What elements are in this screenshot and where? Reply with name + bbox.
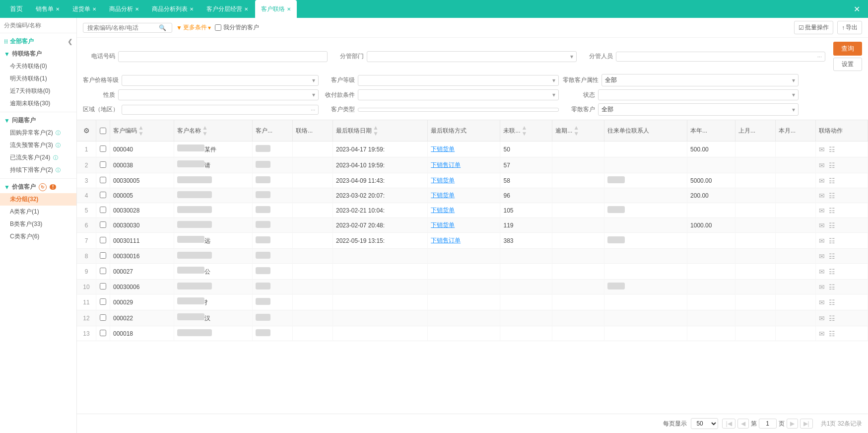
row-check[interactable] — [100, 161, 106, 168]
sidebar-search-input[interactable] — [4, 22, 77, 29]
window-close-icon[interactable]: ✕ — [850, 4, 864, 14]
close-purchase-tab-icon[interactable]: ✕ — [92, 6, 96, 12]
grid-action-icon[interactable]: ☷ — [829, 177, 835, 185]
retail-attr-select[interactable]: 全部 ▾ — [601, 74, 799, 86]
chat-icon[interactable]: ✉ — [819, 207, 825, 215]
sidebar-collapse-icon[interactable]: ❮ — [67, 38, 72, 45]
close-analysis-list-tab-icon[interactable]: ✕ — [190, 6, 194, 12]
nature-select[interactable]: ▾ — [118, 89, 319, 100]
chat-icon[interactable]: ✉ — [819, 145, 825, 153]
grid-action-icon[interactable]: ☷ — [829, 314, 835, 322]
chat-icon[interactable]: ✉ — [819, 298, 825, 306]
last-way-link[interactable]: 下销货单 — [431, 207, 455, 214]
last-way-link[interactable]: 下销售订单 — [431, 161, 461, 168]
chat-icon[interactable]: ✉ — [819, 283, 825, 291]
reset-button[interactable]: 设置 — [833, 58, 862, 71]
grid-action-icon[interactable]: ☷ — [829, 283, 835, 291]
row-check[interactable] — [100, 221, 106, 228]
row-check[interactable] — [100, 207, 106, 213]
row-check[interactable] — [100, 192, 106, 198]
th-code[interactable]: 客户编码▲▼ — [110, 120, 174, 142]
row-check[interactable] — [100, 145, 106, 152]
first-page-btn[interactable]: |◀ — [722, 419, 735, 429]
chat-icon[interactable]: ✉ — [819, 221, 825, 229]
sidebar-item-loss-warning[interactable]: 流失预警客户(3) ⓘ — [0, 139, 76, 151]
grid-action-icon[interactable]: ☷ — [829, 161, 835, 169]
payment-select[interactable]: ▾ — [358, 89, 558, 100]
close-customer-layer-tab-icon[interactable]: ✕ — [244, 6, 248, 12]
refresh-icon-value[interactable]: ↻ — [39, 183, 47, 191]
sidebar-group-pending[interactable]: ▼ 待联络客户 — [0, 48, 76, 60]
close-customer-contact-tab-icon[interactable]: ✕ — [287, 6, 291, 12]
sidebar-group-problem[interactable]: ▼ 问题客户 — [0, 114, 76, 127]
my-customers-checkbox[interactable]: 我分管的客户 — [215, 23, 259, 32]
region-select[interactable]: ··· — [122, 105, 319, 115]
last-way-link[interactable]: 下销货单 — [431, 177, 455, 184]
tab-customer-layer[interactable]: 客户分层经营 ✕ — [200, 0, 254, 18]
last-way-link[interactable]: 下销货单 — [431, 192, 455, 199]
row-check[interactable] — [100, 314, 106, 321]
sidebar-item-abnormal[interactable]: 固购异常客户(2) ⓘ — [0, 127, 76, 139]
row-check[interactable] — [100, 252, 106, 259]
page-input[interactable] — [759, 419, 777, 429]
chat-icon[interactable]: ✉ — [819, 268, 825, 276]
tab-purchase[interactable]: 进货单 ✕ — [67, 0, 102, 18]
customer-level-select[interactable]: ▾ — [358, 75, 558, 86]
home-tab[interactable]: 首页 — [4, 4, 29, 13]
sidebar-group-value[interactable]: ▼ 价值客户 ↻ ! — [0, 181, 76, 193]
all-customers-header[interactable]: ⁝⁝ 全部客户 ❮ — [0, 33, 76, 48]
sidebar-item-declining[interactable]: 持续下滑客户(2) ⓘ — [0, 164, 76, 176]
sidebar-item-overdue[interactable]: 逾期未联络(30) — [0, 97, 76, 110]
tab-sales[interactable]: 销售单 ✕ — [30, 0, 66, 18]
grid-action-icon[interactable]: ☷ — [829, 330, 835, 338]
grid-action-icon[interactable]: ☷ — [829, 237, 835, 245]
row-check[interactable] — [100, 283, 106, 289]
last-way-link[interactable]: 下销货单 — [431, 221, 455, 228]
export-btn[interactable]: ↑ 导出 — [837, 21, 862, 34]
price-level-select[interactable]: ▾ — [122, 75, 319, 86]
sidebar-item-b[interactable]: B类客户(33) — [0, 218, 76, 230]
row-check[interactable] — [100, 177, 106, 183]
sidebar-item-tomorrow[interactable]: 明天待联络(1) — [0, 72, 76, 85]
next-page-btn[interactable]: ▶ — [787, 419, 798, 429]
th-last-date[interactable]: 最后联络日期▲▼ — [333, 120, 428, 142]
sidebar-item-7days[interactable]: 近7天待联络(0) — [0, 85, 76, 97]
search-input[interactable] — [87, 24, 157, 31]
chat-icon[interactable]: ✉ — [819, 192, 825, 200]
retail-customer-select[interactable]: 全部 ▾ — [598, 103, 799, 116]
grid-action-icon[interactable]: ☷ — [829, 192, 835, 200]
manager-select[interactable]: ··· — [616, 52, 825, 62]
row-check[interactable] — [100, 330, 106, 336]
row-check[interactable] — [100, 298, 106, 305]
close-sales-tab-icon[interactable]: ✕ — [56, 6, 60, 12]
sidebar-item-today[interactable]: 今天待联络(0) — [0, 60, 76, 72]
settings-icon[interactable]: ⚙ — [80, 124, 93, 137]
chat-icon[interactable]: ✉ — [819, 237, 825, 245]
phone-input[interactable] — [118, 51, 328, 62]
chat-icon[interactable]: ✉ — [819, 330, 825, 338]
query-button[interactable]: 查询 — [833, 42, 862, 56]
select-all-checkbox[interactable] — [100, 128, 106, 134]
grid-action-icon[interactable]: ☷ — [829, 252, 835, 260]
customer-type-select[interactable] — [358, 108, 558, 112]
sidebar-item-a[interactable]: A类客户(1) — [0, 206, 76, 218]
chat-icon[interactable]: ✉ — [819, 161, 825, 169]
last-way-link[interactable]: 下销售订单 — [431, 237, 461, 244]
row-check[interactable] — [100, 268, 106, 274]
th-overdue[interactable]: 逾期...▲▼ — [552, 120, 604, 142]
sidebar-item-lost[interactable]: 已流失客户(24) ⓘ — [0, 151, 76, 164]
grid-action-icon[interactable]: ☷ — [829, 268, 835, 276]
chat-icon[interactable]: ✉ — [819, 177, 825, 185]
search-icon[interactable]: 🔍 — [159, 24, 166, 31]
chat-icon[interactable]: ✉ — [819, 314, 825, 322]
last-page-btn[interactable]: ▶| — [800, 419, 813, 429]
chat-icon[interactable]: ✉ — [819, 252, 825, 260]
tab-analysis-list[interactable]: 商品分析列表 ✕ — [146, 0, 200, 18]
grid-action-icon[interactable]: ☷ — [829, 298, 835, 306]
page-size-select[interactable]: 50 20 100 — [691, 418, 718, 429]
dept-select[interactable]: ▾ — [367, 51, 576, 62]
th-not-contact[interactable]: 未联...▲▼ — [500, 120, 552, 142]
prev-page-btn[interactable]: ◀ — [737, 419, 749, 429]
close-analysis-tab-icon[interactable]: ✕ — [135, 6, 139, 12]
grid-action-icon[interactable]: ☷ — [829, 145, 835, 153]
